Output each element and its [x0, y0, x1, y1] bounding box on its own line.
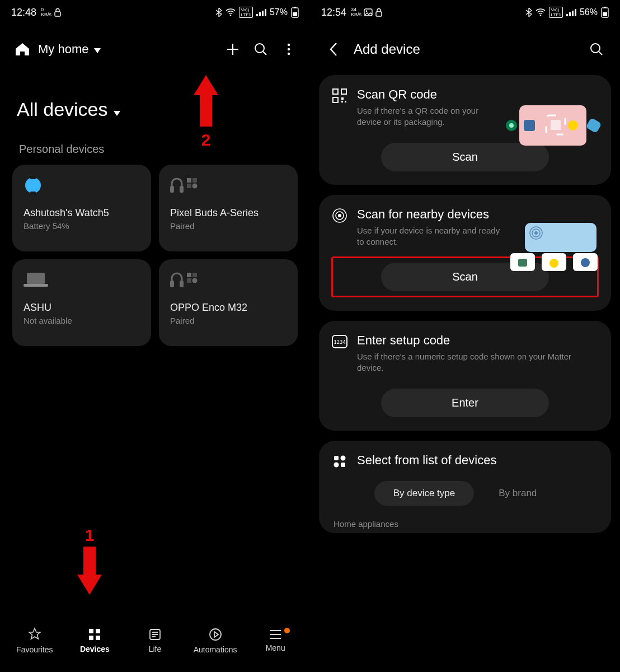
svg-rect-28	[187, 278, 191, 283]
device-card-watch[interactable]: Ashutosh's Watch5Battery 54%	[12, 165, 151, 251]
setup-desc: Use if there's a numeric setup code show…	[357, 351, 592, 374]
svg-rect-15	[30, 192, 36, 195]
home-icon[interactable]	[15, 42, 30, 57]
life-icon	[148, 628, 162, 641]
svg-point-81	[334, 462, 339, 467]
svg-point-76	[581, 258, 590, 267]
card-setup-code: 1234 Enter setup code Use if there's a n…	[319, 321, 611, 431]
image-icon	[364, 8, 373, 16]
search-icon	[589, 42, 604, 57]
battery-percent: 57%	[270, 7, 288, 17]
volte-icon: Vo))LTE1	[239, 7, 253, 18]
svg-rect-7	[293, 12, 297, 16]
nav-life[interactable]: Life	[125, 628, 185, 654]
svg-rect-26	[187, 273, 191, 277]
search-button[interactable]	[251, 39, 271, 59]
notification-dot	[284, 628, 290, 633]
status-time: 12:48	[11, 7, 36, 18]
svg-point-13	[25, 178, 41, 193]
nav-devices[interactable]: Devices	[65, 628, 125, 654]
svg-rect-33	[96, 636, 100, 640]
svg-rect-4	[262, 11, 264, 16]
seg-by-type[interactable]: By device type	[374, 481, 475, 506]
status-bar: 12:54 34KB/s Vo))LTE1 56%	[310, 0, 620, 25]
svg-rect-55	[341, 101, 343, 102]
signal-icon	[256, 8, 266, 16]
status-time: 12:54	[321, 7, 346, 18]
setup-title: Enter setup code	[357, 333, 599, 348]
svg-rect-19	[192, 178, 197, 183]
wifi-icon	[536, 8, 546, 16]
svg-point-1	[230, 15, 232, 16]
wifi-icon	[226, 8, 236, 16]
svg-rect-20	[187, 184, 191, 188]
segmented-control: By device type By brand	[331, 481, 599, 506]
svg-point-80	[341, 455, 346, 460]
home-selector[interactable]: My home	[38, 42, 101, 57]
nav-automations[interactable]: Automations	[185, 627, 246, 654]
svg-rect-54	[345, 101, 346, 102]
svg-rect-47	[603, 12, 607, 16]
screen-add-device: 12:54 34KB/s Vo))LTE1 56% Add device	[310, 0, 620, 672]
more-button[interactable]	[279, 39, 299, 59]
page-header: Add device	[310, 25, 620, 66]
nav-favourites[interactable]: Favourites	[4, 627, 65, 654]
nearby-title: Scan for nearby devices	[357, 207, 599, 222]
device-card-laptop[interactable]: ASHUNot available	[12, 259, 151, 346]
svg-rect-25	[180, 281, 184, 287]
radar-icon	[331, 207, 348, 224]
setup-enter-button[interactable]: Enter	[381, 389, 549, 417]
svg-rect-42	[566, 14, 568, 16]
volte-icon: Vo))LTE1	[549, 7, 563, 18]
seg-by-brand[interactable]: By brand	[480, 481, 556, 506]
qr-illustration	[502, 101, 603, 151]
svg-rect-32	[89, 636, 93, 640]
nav-menu[interactable]: Menu	[245, 629, 306, 652]
devices-filter[interactable]: All devices	[0, 65, 310, 137]
svg-rect-79	[334, 456, 339, 460]
svg-rect-67	[525, 223, 596, 252]
svg-rect-52	[333, 97, 338, 102]
bluetooth-icon	[215, 8, 222, 17]
svg-point-29	[192, 278, 198, 283]
search-icon	[253, 42, 268, 57]
svg-point-41	[540, 15, 542, 16]
back-button[interactable]	[323, 39, 344, 59]
svg-rect-63	[585, 118, 602, 133]
chevron-down-icon	[112, 99, 120, 120]
device-grid: Ashutosh's Watch5Battery 54% Pixel Buds …	[0, 165, 310, 346]
svg-point-12	[288, 53, 290, 55]
svg-text:1: 1	[85, 526, 95, 544]
qr-icon	[331, 87, 348, 104]
add-button[interactable]	[223, 39, 243, 59]
svg-rect-45	[575, 9, 576, 16]
more-vertical-icon	[286, 43, 291, 56]
svg-rect-24	[170, 281, 174, 287]
device-card-pixelbuds[interactable]: Pixel Buds A-SeriesPaired	[159, 165, 298, 251]
svg-rect-0	[55, 12, 60, 16]
svg-rect-58	[551, 120, 561, 130]
headphones-icon	[170, 270, 198, 290]
device-card-oppo[interactable]: OPPO Enco M32Paired	[159, 259, 298, 346]
laptop-icon	[24, 272, 48, 288]
svg-point-64	[338, 214, 341, 217]
bluetooth-icon	[525, 8, 532, 17]
chevron-down-icon	[93, 42, 101, 57]
battery-percent: 56%	[580, 7, 598, 17]
app-header: My home	[0, 25, 310, 65]
status-bar: 12:48 0KB/s Vo))LTE1 57%	[0, 0, 310, 25]
card-scan-nearby: Scan for nearby devices Use if your devi…	[319, 195, 611, 311]
chevron-left-icon	[329, 42, 338, 57]
qr-title: Scan QR code	[357, 87, 599, 102]
svg-rect-40	[376, 12, 382, 16]
search-button[interactable]	[586, 39, 607, 59]
svg-point-35	[210, 629, 221, 640]
svg-rect-3	[259, 12, 261, 16]
signal-icon	[566, 8, 576, 16]
svg-rect-5	[265, 9, 266, 16]
svg-rect-61	[524, 120, 535, 131]
battery-icon	[291, 7, 299, 18]
code-icon: 1234	[331, 333, 348, 350]
lock-icon	[375, 8, 383, 17]
svg-rect-18	[187, 178, 191, 183]
